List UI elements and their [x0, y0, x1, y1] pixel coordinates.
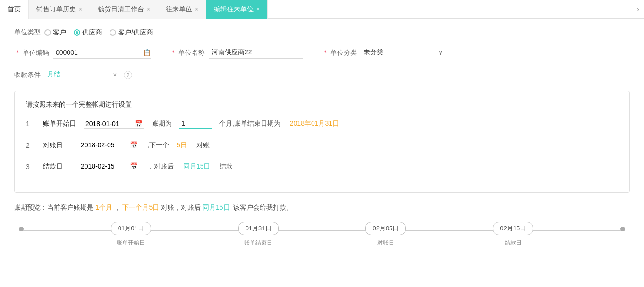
radio-customer-circle [44, 29, 51, 36]
payment-terms-row: 收款条件 月结 ∨ ? [14, 68, 630, 81]
tab-cash-ledger[interactable]: 钱货日清工作台 × [90, 0, 158, 19]
radio-supplier-circle [74, 29, 80, 36]
radio-customer-supplier-label: 客户/供应商 [118, 28, 153, 37]
preview-area: 账期预览：当前客户账期是 1个月 ， 下一个月5日 对账，对账后 同月15日 该… [14, 202, 630, 212]
preview-prefix: 账期预览：当前客户账期是 [14, 203, 93, 211]
tab-sales-order-history-label: 销售订单历史 [36, 5, 76, 14]
unit-type-row: 单位类型 客户 供应商 客户/供应商 [14, 28, 630, 37]
tab-cash-ledger-label: 钱货日清工作台 [98, 5, 144, 14]
tab-edit-partner-unit[interactable]: 编辑往来单位 × [206, 0, 268, 19]
preview-payment-date: 同月15日 [203, 203, 230, 211]
unit-name-label: 单位名称 [178, 49, 205, 57]
period-months-input[interactable] [181, 119, 210, 127]
timeline-points-row: 01月01日 账单开始日 01月31日 账单结束日 02月05日 对账日 02月… [19, 222, 625, 247]
preview-months: 1个月 [95, 203, 112, 211]
timeline-node-4: 02月15日 结款日 [493, 222, 533, 247]
timeline-label-4: 结款日 [505, 239, 522, 247]
tab-sales-order-history[interactable]: 销售订单历史 × [29, 0, 90, 19]
unit-code-label: 单位编码 [23, 49, 49, 57]
timeline-container: 01月01日 账单开始日 01月31日 账单结束日 02月05日 对账日 02月… [14, 222, 630, 247]
period-cycle-suffix: 个月,账单结束日期为 [219, 119, 282, 128]
tab-partner-unit-close[interactable]: × [195, 6, 198, 13]
payment-terms-select[interactable]: 月结 ∨ [44, 68, 120, 81]
period-payment-date-wrap: 📅 [79, 161, 140, 171]
tab-cash-ledger-close[interactable]: × [147, 6, 150, 13]
help-icon[interactable]: ? [124, 71, 132, 79]
period-field-label-2: 对账日 [43, 141, 71, 150]
unit-code-required: ＊ [14, 49, 21, 57]
period-reconcile-day-highlight: 5日 [177, 141, 187, 150]
unit-name-item: ＊ 单位名称 [170, 47, 303, 59]
tab-home-label: 首页 [8, 5, 21, 14]
period-payment-date-input[interactable] [81, 162, 128, 170]
timeline-badge-1: 01月01日 [111, 222, 151, 235]
tab-home[interactable]: 首页 [0, 0, 29, 19]
tab-edit-partner-unit-close[interactable]: × [256, 6, 260, 13]
tab-partner-unit-label: 往来单位 [166, 5, 192, 14]
unit-classification-label: 单位分类 [330, 49, 357, 57]
period-index-1: 1 [26, 120, 35, 127]
period-start-date-wrap: 📅 [84, 119, 144, 129]
timeline-label-3: 对账日 [377, 239, 394, 247]
unit-name-input[interactable] [209, 47, 303, 59]
period-index-2: 2 [26, 142, 35, 149]
timeline-badge-4: 02月15日 [493, 222, 533, 235]
timeline-left-end-dot [19, 227, 24, 231]
period-setup-box: 请按照未来的一个完整帐期进行设置 1 账单开始日 📅 账期为 个月,账单结束日期… [14, 91, 630, 193]
timeline-label-1: 账单开始日 [117, 239, 145, 247]
payment-terms-label: 收款条件 [14, 71, 41, 79]
period-title: 请按照未来的一个完整帐期进行设置 [26, 101, 618, 109]
timeline-node-2: 01月31日 账单结束日 [238, 222, 279, 247]
timeline-label-2: 账单结束日 [244, 239, 272, 247]
payment-terms-dropdown-icon: ∨ [113, 71, 117, 78]
radio-customer-supplier[interactable]: 客户/供应商 [110, 28, 153, 37]
period-index-3: 3 [26, 163, 35, 170]
unit-info-row: ＊ 单位编码 📋 ＊ 单位名称 ＊ 单位分类 未分类 ∨ [14, 46, 630, 59]
period-months-wrap [179, 118, 212, 129]
unit-code-input[interactable] [53, 47, 141, 58]
radio-customer-supplier-circle [110, 29, 116, 36]
timeline-right-end-dot [620, 227, 625, 231]
period-reconcile-date-calendar-icon[interactable]: 📅 [130, 141, 138, 149]
period-row-2: 2 对账日 📅 ,下一个 5日 对账 [26, 140, 618, 150]
radio-customer[interactable]: 客户 [44, 28, 66, 37]
period-start-date-calendar-icon[interactable]: 📅 [135, 120, 143, 127]
payment-terms-value: 月结 [47, 70, 110, 79]
period-start-date-input[interactable] [85, 120, 133, 127]
period-cycle-prefix: 账期为 [152, 119, 172, 128]
timeline-badge-2: 01月31日 [238, 222, 279, 235]
timeline-badge-3: 02月05日 [365, 222, 406, 235]
unit-code-item: ＊ 单位编码 📋 [14, 47, 151, 59]
copy-icon[interactable]: 📋 [143, 49, 151, 56]
period-payment-prefix: ，对账后 [147, 162, 176, 171]
preview-middle1: ， [114, 203, 121, 211]
payment-terms-item: 收款条件 月结 ∨ ? [14, 68, 132, 81]
unit-type-label: 单位类型 [14, 28, 41, 37]
unit-name-required: ＊ [170, 49, 177, 57]
period-payment-day-highlight: 同月15日 [183, 162, 211, 171]
period-reconcile-date-input[interactable] [81, 141, 128, 149]
tabs-scroll-right[interactable]: › [632, 5, 644, 14]
unit-classification-item: ＊ 单位分类 未分类 ∨ [322, 46, 446, 59]
period-row-1: 1 账单开始日 📅 账期为 个月,账单结束日期为 2018年01月31日 [26, 118, 618, 129]
period-reconcile-prefix: ,下一个 [147, 141, 169, 150]
tab-edit-partner-unit-label: 编辑往来单位 [214, 5, 254, 14]
preview-middle2: 对账，对账后 [161, 203, 201, 211]
unit-classification-select[interactable]: 未分类 ∨ [361, 46, 446, 59]
tab-partner-unit[interactable]: 往来单位 × [158, 0, 206, 19]
period-payment-date-calendar-icon[interactable]: 📅 [130, 162, 138, 170]
preview-suffix: 该客户会给我打款。 [232, 203, 293, 211]
period-field-label-1: 账单开始日 [43, 119, 76, 128]
timeline-left-dot-wrap [19, 227, 24, 231]
period-row-3: 3 结款日 📅 ，对账后 同月15日 结款 [26, 161, 618, 171]
radio-customer-label: 客户 [53, 28, 66, 37]
timeline-right-dot-wrap [620, 227, 625, 231]
unit-code-input-wrap: 📋 [53, 47, 151, 59]
period-field-label-3: 结款日 [43, 162, 71, 171]
classification-dropdown-icon: ∨ [438, 49, 443, 56]
radio-supplier[interactable]: 供应商 [74, 28, 102, 37]
tabs-bar: 首页 销售订单历史 × 钱货日清工作台 × 往来单位 × 编辑往来单位 × › [0, 0, 644, 19]
period-end-date-highlight: 2018年01月31日 [290, 119, 339, 128]
tab-sales-order-history-close[interactable]: × [79, 6, 82, 13]
content-area: 单位类型 客户 供应商 客户/供应商 ＊ 单位编码 [0, 19, 644, 287]
